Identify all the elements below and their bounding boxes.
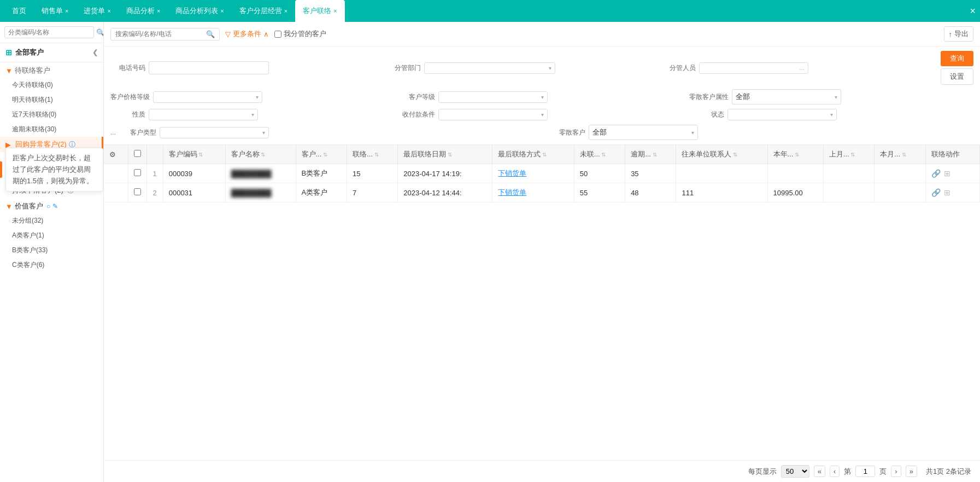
status-select[interactable]: ▾ bbox=[727, 109, 837, 120]
nav-sales[interactable]: 销售单 × bbox=[34, 0, 76, 22]
per-page-select[interactable]: 50 20 100 bbox=[781, 465, 809, 478]
row-this-year: 10995.00 bbox=[767, 183, 823, 202]
select-all-checkbox[interactable] bbox=[134, 150, 141, 157]
export-icon: ↑ bbox=[949, 30, 953, 38]
field-status: 状态 ▾ bbox=[689, 109, 973, 120]
row-checkbox[interactable] bbox=[134, 188, 141, 195]
col-last-date[interactable]: 最后联络日期 bbox=[398, 145, 492, 164]
last-page-btn[interactable]: » bbox=[906, 466, 917, 477]
sidebar-group-pending-title[interactable]: ▼ 待联络客户 bbox=[0, 62, 103, 78]
settings-btn[interactable]: 设置 bbox=[941, 68, 973, 85]
next-page-btn[interactable]: › bbox=[891, 466, 901, 477]
sidebar-item-class-a[interactable]: A类客户(1) bbox=[0, 228, 103, 243]
col-checkbox[interactable] bbox=[128, 145, 146, 164]
customer-type-select[interactable]: ▾ bbox=[160, 127, 269, 138]
payment-select[interactable]: ▾ bbox=[438, 109, 548, 120]
sidebar-item-today[interactable]: 今天待联络(0) bbox=[0, 78, 103, 92]
department-select[interactable]: ▾ bbox=[424, 62, 555, 74]
action-more-icon[interactable]: ⊞ bbox=[944, 188, 950, 197]
query-btn[interactable]: 查询 bbox=[941, 51, 973, 66]
nav-purchase-close[interactable]: × bbox=[107, 8, 110, 14]
filter-icon: ▽ bbox=[225, 30, 231, 38]
row-last-method[interactable]: 下销货单 bbox=[492, 164, 574, 183]
page-input[interactable] bbox=[855, 466, 875, 477]
filter-bar: 🔍 ▽ 更多条件 ∧ 我分管的客户 ↑ 导出 bbox=[104, 22, 980, 47]
row-contact: 7 bbox=[347, 183, 397, 202]
chevron-down-icon-10: ▾ bbox=[830, 112, 833, 118]
nav-customer-tier[interactable]: 客户分层经营 × bbox=[232, 0, 295, 22]
per-page-label: 每页显示 bbox=[748, 467, 777, 477]
table-row: 2 000031 ████████ A类客户 7 2023-04-12 14:4… bbox=[104, 183, 980, 202]
row-checkbox-cell[interactable] bbox=[128, 183, 146, 202]
customer-level-select[interactable]: ▾ bbox=[438, 91, 548, 103]
row-uncontact: 50 bbox=[574, 164, 625, 183]
filter-search-icon[interactable]: 🔍 bbox=[206, 30, 215, 38]
col-overdue[interactable]: 逾期... bbox=[625, 145, 676, 164]
col-this-year[interactable]: 本年... bbox=[767, 145, 823, 164]
col-type[interactable]: 客户... bbox=[296, 145, 347, 164]
col-code[interactable]: 客户编码 bbox=[163, 145, 225, 164]
phone-input[interactable] bbox=[149, 61, 269, 74]
col-last-month[interactable]: 上月... bbox=[823, 145, 874, 164]
table-settings-icon[interactable]: ⚙ bbox=[109, 150, 116, 159]
sidebar-item-overdue[interactable]: 逾期未联络(30) bbox=[0, 122, 103, 137]
retail-attr-select[interactable]: 全部 ▾ bbox=[732, 89, 841, 104]
col-uncontact[interactable]: 未联... bbox=[574, 145, 625, 164]
sidebar-item-ungroup[interactable]: 未分组(32) bbox=[0, 213, 103, 228]
gender-select[interactable]: ▾ bbox=[149, 109, 258, 120]
more-btn[interactable]: ... bbox=[110, 129, 116, 136]
sidebar-all-customers[interactable]: ⊞ 全部客户 ❮ bbox=[0, 43, 103, 62]
nav-product-list-close[interactable]: × bbox=[220, 8, 224, 14]
action-link-icon[interactable]: 🔗 bbox=[931, 169, 941, 178]
sidebar-item-tomorrow[interactable]: 明天待联络(1) bbox=[0, 92, 103, 107]
row-checkbox[interactable] bbox=[134, 169, 141, 176]
nav-customer-contact-close[interactable]: × bbox=[333, 8, 337, 14]
row-overdue: 35 bbox=[625, 164, 676, 183]
col-settings[interactable]: ⚙ bbox=[104, 145, 128, 164]
price-level-select[interactable]: ▾ bbox=[153, 91, 262, 103]
retail-select[interactable]: 全部 ▾ bbox=[589, 125, 698, 140]
col-this-month[interactable]: 本月... bbox=[875, 145, 925, 164]
field-customer-level: 客户等级 ▾ bbox=[400, 91, 684, 103]
row-checkbox-cell[interactable] bbox=[128, 164, 146, 183]
prev-page-btn[interactable]: ‹ bbox=[830, 466, 840, 477]
edit-icon[interactable]: ✎ bbox=[52, 202, 58, 210]
sidebar-group-value-title[interactable]: ▼ 价值客户 ○ ✎ bbox=[0, 198, 103, 213]
sidebar-item-7days[interactable]: 近7天待联络(0) bbox=[0, 107, 103, 122]
filter-more-conditions[interactable]: ▽ 更多条件 ∧ bbox=[225, 29, 269, 39]
window-close-btn[interactable]: × bbox=[970, 5, 976, 17]
nav-product-list[interactable]: 商品分析列表 × bbox=[168, 0, 231, 22]
first-page-btn[interactable]: « bbox=[814, 466, 825, 477]
field-department: 分管部门 ▾ bbox=[386, 62, 656, 74]
row-last-date: 2023-04-17 14:19: bbox=[398, 164, 492, 183]
nav-home[interactable]: 首页 bbox=[4, 0, 34, 22]
nav-product-analysis[interactable]: 商品分析 × bbox=[119, 0, 168, 22]
my-customers-filter[interactable]: 我分管的客户 bbox=[274, 29, 326, 39]
data-table: ⚙ 客户编码 客户名称 客户... 联络... 最后联络日期 最后联络方式 未联… bbox=[104, 145, 980, 202]
my-customers-checkbox[interactable] bbox=[274, 31, 281, 38]
col-last-method[interactable]: 最后联络方式 bbox=[492, 145, 574, 164]
sidebar-item-class-b[interactable]: B类客户(33) bbox=[0, 243, 103, 258]
nav-customer-contact[interactable]: 客户联络 × bbox=[295, 0, 344, 22]
nav-customer-tier-close[interactable]: × bbox=[284, 8, 287, 14]
nav-product-analysis-close[interactable]: × bbox=[157, 8, 160, 14]
row-name: ████████ bbox=[225, 183, 296, 202]
nav-purchase[interactable]: 进货单 × bbox=[76, 0, 118, 22]
sidebar-collapse-btn[interactable]: ❮ bbox=[92, 49, 98, 56]
col-contact[interactable]: 联络... bbox=[347, 145, 397, 164]
action-more-icon[interactable]: ⊞ bbox=[944, 169, 950, 178]
nav-sales-close[interactable]: × bbox=[65, 8, 68, 14]
sidebar-search-input[interactable] bbox=[4, 26, 94, 38]
row-last-method[interactable]: 下销货单 bbox=[492, 183, 574, 202]
export-btn[interactable]: ↑ 导出 bbox=[944, 26, 974, 42]
total-label: 共1页 2条记录 bbox=[926, 467, 971, 477]
advanced-filter: 电话号码 分管部门 ▾ 分管人员 … bbox=[104, 47, 980, 145]
sidebar-item-class-c[interactable]: C类客户(6) bbox=[0, 258, 103, 272]
col-company-contact[interactable]: 往来单位联系人 bbox=[676, 145, 767, 164]
filter-search-input[interactable] bbox=[115, 30, 206, 38]
col-name[interactable]: 客户名称 bbox=[225, 145, 296, 164]
row-company-contact bbox=[676, 164, 767, 183]
sidebar-search-btn[interactable]: 🔍 bbox=[96, 28, 104, 37]
action-link-icon[interactable]: 🔗 bbox=[931, 188, 941, 197]
manager-select[interactable]: … bbox=[699, 62, 808, 74]
